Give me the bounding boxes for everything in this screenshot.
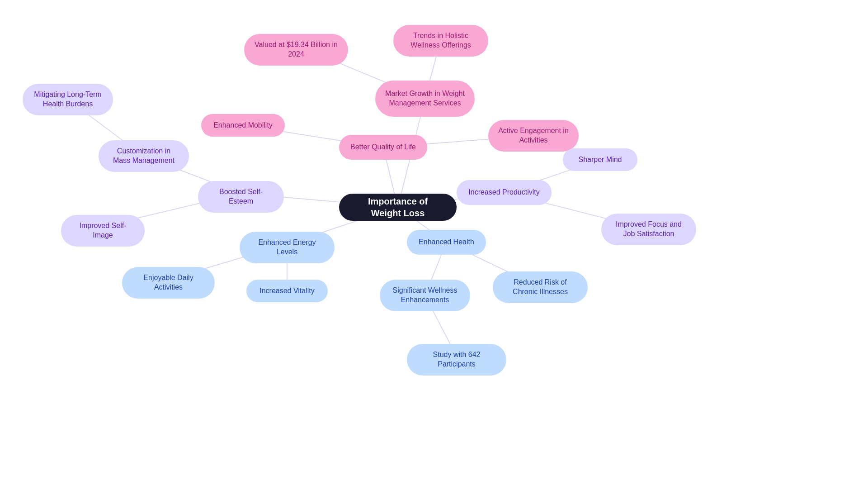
node-increased-vitality: Increased Vitality [246, 280, 328, 302]
node-enhanced-mobility: Enhanced Mobility [201, 114, 285, 137]
node-reduced-risk: Reduced Risk of Chronic Illnesses [493, 271, 588, 303]
node-enhanced-energy: Enhanced Energy Levels [240, 232, 335, 263]
node-active-engagement: Active Engagement in Activities [488, 120, 579, 152]
node-improved-self-image: Improved Self-Image [61, 215, 145, 247]
mindmap-container: Importance of Weight LossMarket Growth i… [0, 0, 868, 490]
node-significant-wellness: Significant Wellness Enhancements [380, 280, 470, 311]
node-mitigating: Mitigating Long-Term Health Burdens [23, 84, 113, 115]
node-boosted-self-esteem: Boosted Self-Esteem [198, 181, 284, 213]
node-improved-focus: Improved Focus and Job Satisfaction [601, 214, 696, 245]
node-increased-productivity: Increased Productivity [457, 180, 552, 205]
node-enjoyable-daily: Enjoyable Daily Activities [122, 267, 215, 299]
node-enhanced-health: Enhanced Health [407, 230, 486, 255]
node-customization: Customization in Mass Management [99, 140, 189, 172]
node-market-growth: Market Growth in Weight Management Servi… [375, 81, 475, 117]
node-sharper-mind: Sharper Mind [563, 148, 637, 171]
node-study-642: Study with 642 Participants [407, 344, 506, 376]
node-valued: Valued at $19.34 Billion in 2024 [244, 34, 348, 66]
center-node: Importance of Weight Loss [339, 194, 457, 221]
node-better-quality: Better Quality of Life [339, 135, 427, 160]
node-trends: Trends in Holistic Wellness Offerings [393, 25, 488, 57]
